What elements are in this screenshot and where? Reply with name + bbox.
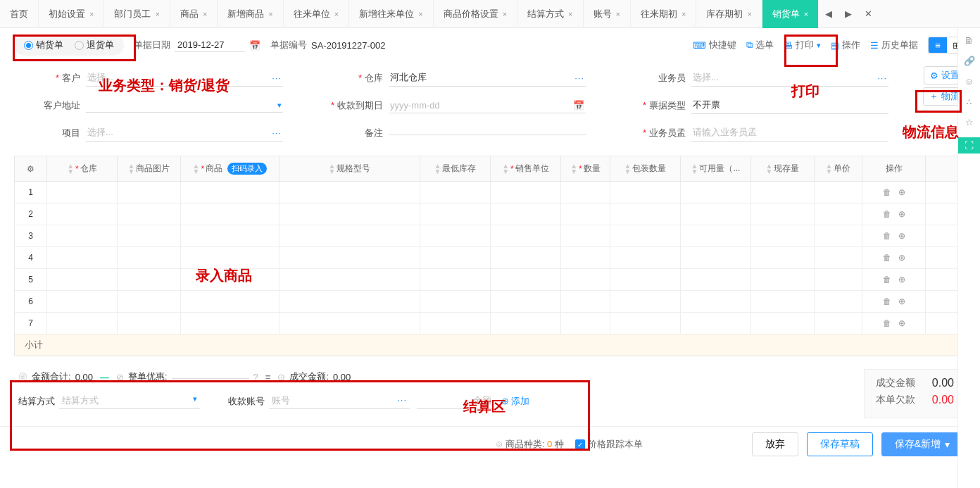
close-icon[interactable]: × bbox=[503, 10, 507, 18]
close-icon[interactable]: × bbox=[268, 10, 272, 18]
salesman-input[interactable]: 选择...··· bbox=[691, 69, 888, 87]
price-track-checkbox[interactable]: ✓价格跟踪本单 bbox=[575, 438, 643, 451]
radio-sale[interactable]: 销货单 bbox=[20, 37, 68, 53]
tab-stock-init[interactable]: 库存期初× bbox=[696, 0, 762, 28]
project-input[interactable]: 选择...··· bbox=[86, 124, 283, 142]
cust-addr-input[interactable]: ▾ bbox=[86, 99, 283, 113]
table-row[interactable]: 1🗑⊕ bbox=[15, 182, 965, 204]
delete-icon[interactable]: 🗑 bbox=[883, 275, 891, 284]
operate-button[interactable]: ▤操作 bbox=[831, 39, 860, 51]
table-row[interactable]: 5🗑⊕ bbox=[15, 269, 965, 291]
history-button[interactable]: ☰历史单据 bbox=[870, 39, 918, 51]
table-row[interactable]: 3🗑⊕ bbox=[15, 225, 965, 247]
remark-input[interactable] bbox=[389, 130, 586, 135]
tab-products[interactable]: 商品× bbox=[170, 0, 218, 28]
customer-input[interactable]: 选择...··· bbox=[86, 69, 283, 87]
doc-type-radio-group: 销货单 退货单 bbox=[14, 35, 124, 56]
shortcut-button[interactable]: ⌨快捷键 bbox=[693, 39, 736, 51]
col-settings[interactable]: ⚙ bbox=[15, 156, 47, 181]
rail-expand-icon[interactable]: ⛶ bbox=[958, 137, 980, 154]
add-settlement-button[interactable]: ⊕添加 bbox=[501, 395, 529, 408]
tab-settlement-method[interactable]: 结算方式× bbox=[517, 0, 583, 28]
delete-icon[interactable]: 🗑 bbox=[883, 296, 891, 306]
receive-due-input[interactable]: yyyy-mm-dd📅 bbox=[389, 98, 586, 113]
tab-contacts[interactable]: 往来单位× bbox=[284, 0, 349, 28]
warehouse-input[interactable]: 河北仓库··· bbox=[389, 69, 586, 87]
radio-return[interactable]: 退货单 bbox=[70, 37, 118, 53]
settlement-method-input[interactable]: 结算方式▾ bbox=[59, 393, 200, 409]
deal-amount: 0.00 bbox=[333, 372, 351, 382]
more-icon[interactable]: ··· bbox=[877, 73, 887, 83]
table-row[interactable]: 4🗑⊕ bbox=[15, 247, 965, 269]
discard-button[interactable]: 放弃 bbox=[752, 432, 798, 456]
add-row-icon[interactable]: ⊕ bbox=[898, 209, 905, 219]
save-draft-button[interactable]: 保存草稿 bbox=[807, 432, 873, 456]
delete-icon[interactable]: 🗑 bbox=[883, 253, 891, 263]
chevron-down-icon[interactable]: ▾ bbox=[277, 101, 282, 110]
chevron-down-icon[interactable]: ▾ bbox=[193, 394, 197, 407]
add-row-icon[interactable]: ⊕ bbox=[898, 187, 905, 197]
save-new-button[interactable]: 保存&新增▾ bbox=[881, 432, 963, 456]
rail-star-icon[interactable]: ☆ bbox=[965, 117, 974, 127]
tab-dept-staff[interactable]: 部门员工× bbox=[104, 0, 170, 28]
summary-deal-amount: 0.00 bbox=[932, 377, 954, 389]
close-icon[interactable]: × bbox=[747, 10, 751, 18]
select-order-button[interactable]: ⧉选单 bbox=[746, 39, 774, 51]
discount-input[interactable] bbox=[172, 375, 249, 379]
help-icon[interactable]: ? bbox=[253, 372, 258, 382]
close-icon[interactable]: × bbox=[804, 10, 808, 18]
close-icon[interactable]: × bbox=[418, 10, 422, 18]
subtotal-row: 小计 bbox=[15, 334, 965, 356]
rail-user-icon[interactable]: ☺ bbox=[965, 76, 974, 87]
rail-team-icon[interactable]: ⛬ bbox=[965, 96, 974, 107]
account-input[interactable]: 账号··· bbox=[269, 393, 410, 409]
close-icon[interactable]: × bbox=[155, 10, 159, 18]
close-icon[interactable]: × bbox=[681, 10, 686, 18]
add-row-icon[interactable]: ⊕ bbox=[898, 253, 905, 263]
scan-badge[interactable]: 扫码录入 bbox=[227, 163, 267, 175]
add-row-icon[interactable]: ⊕ bbox=[898, 231, 905, 241]
view-list-button[interactable]: ≡ bbox=[929, 37, 947, 53]
add-row-icon[interactable]: ⊕ bbox=[898, 296, 905, 306]
more-icon[interactable]: ··· bbox=[397, 394, 407, 407]
rail-link-icon[interactable]: 🔗 bbox=[964, 56, 975, 66]
tab-price-settings[interactable]: 商品价格设置× bbox=[434, 0, 517, 28]
close-icon[interactable]: × bbox=[568, 10, 572, 18]
print-button[interactable]: 🖶打印▾ bbox=[784, 39, 821, 51]
table-row[interactable]: 6🗑⊕ bbox=[15, 291, 965, 313]
gear-icon: ⚙ bbox=[930, 70, 938, 81]
add-row-icon[interactable]: ⊕ bbox=[898, 318, 905, 328]
table-row[interactable]: 7🗑⊕ bbox=[15, 313, 965, 334]
date-input[interactable]: 2019-12-27 bbox=[175, 38, 245, 52]
salesman-meng-input[interactable]: 请输入业务员孟 bbox=[691, 124, 888, 142]
close-icon[interactable]: × bbox=[616, 10, 620, 18]
tab-prev[interactable]: ◀ bbox=[819, 0, 838, 28]
tab-close-all[interactable]: ✕ bbox=[858, 0, 878, 28]
tab-new-product[interactable]: 新增商品× bbox=[218, 0, 283, 28]
calendar-icon[interactable]: 📅 bbox=[573, 100, 584, 111]
delete-icon[interactable]: 🗑 bbox=[883, 209, 891, 219]
close-icon[interactable]: × bbox=[334, 10, 339, 18]
add-row-icon[interactable]: ⊕ bbox=[898, 275, 905, 284]
tab-new-contact[interactable]: 新增往来单位× bbox=[349, 0, 433, 28]
more-icon[interactable]: ··· bbox=[574, 73, 584, 83]
delete-icon[interactable]: 🗑 bbox=[883, 231, 891, 241]
table-row[interactable]: 2🗑⊕ bbox=[15, 204, 965, 225]
close-icon[interactable]: × bbox=[203, 10, 207, 18]
delete-icon[interactable]: 🗑 bbox=[883, 318, 891, 328]
tab-contact-init[interactable]: 往来期初× bbox=[631, 0, 696, 28]
more-icon[interactable]: ··· bbox=[272, 73, 282, 83]
tab-next[interactable]: ▶ bbox=[838, 0, 858, 28]
tab-sales-order[interactable]: 销货单× bbox=[762, 0, 819, 28]
tab-init-settings[interactable]: 初始设置× bbox=[39, 0, 104, 28]
ticket-type-input[interactable]: 不开票 bbox=[691, 96, 888, 114]
tab-account[interactable]: 账号× bbox=[584, 0, 631, 28]
more-icon[interactable]: ··· bbox=[272, 127, 282, 138]
calendar-icon[interactable]: 📅 bbox=[249, 40, 260, 51]
close-icon[interactable]: × bbox=[89, 10, 94, 18]
tab-home[interactable]: 首页 bbox=[0, 0, 39, 28]
rail-doc-icon[interactable]: 🗎 bbox=[965, 35, 974, 46]
delete-icon[interactable]: 🗑 bbox=[883, 187, 891, 197]
date-field: 单据日期 2019-12-27 📅 bbox=[134, 38, 260, 52]
amount-input[interactable]: 金额 bbox=[417, 393, 494, 409]
